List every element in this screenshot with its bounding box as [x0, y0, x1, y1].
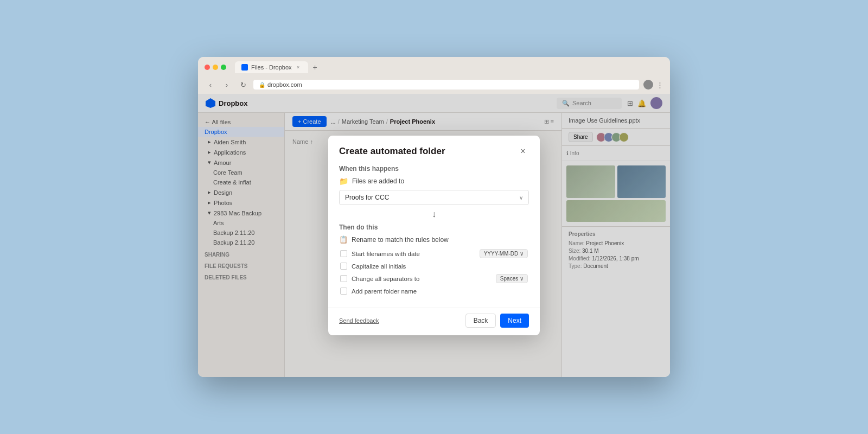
app-content: Dropbox 🔍 Search ⊞ 🔔 ← All files	[198, 94, 670, 377]
url-display: dropbox.com	[267, 81, 302, 88]
create-automated-folder-dialog: Create automated folder × When this happ…	[328, 136, 540, 335]
browser-chrome: Files - Dropbox × + ‹ › ↻ 🔒 dropbox.com …	[198, 57, 670, 94]
checkbox-row-3: Change all separators to Spaces ∨	[339, 274, 529, 283]
checkbox-start-filenames[interactable]	[340, 250, 347, 257]
forward-button[interactable]: ›	[221, 79, 233, 91]
then-section-label: Then do this	[339, 224, 529, 231]
tab-favicon	[241, 64, 248, 71]
browser-profile[interactable]	[643, 80, 653, 90]
checkbox-label-2: Capitalize all initials	[352, 263, 528, 270]
action-title: Rename to match the rules below	[352, 236, 449, 244]
checkbox-row-4: Add parent folder name	[339, 288, 529, 295]
flow-arrow-down: ↓	[339, 209, 529, 219]
close-window-button[interactable]	[205, 65, 210, 70]
browser-actions: ⋮	[643, 80, 663, 90]
checkbox-label-3: Change all separators to	[352, 276, 492, 282]
lock-icon: 🔒	[259, 82, 265, 88]
checkbox-row-2: Capitalize all initials	[339, 263, 529, 270]
dialog-title: Create automated folder	[339, 146, 445, 157]
address-bar[interactable]: 🔒 dropbox.com	[253, 80, 639, 90]
folder-dropdown[interactable]: Proofs for CCC ∨	[339, 190, 529, 205]
folder-dropdown-value: Proofs for CCC	[345, 194, 389, 201]
checkbox-row-1: Start filenames with date YYYY-MM-DD ∨	[339, 249, 529, 258]
folder-icon: 📁	[339, 177, 348, 186]
when-section-label: When this happens	[339, 165, 529, 173]
tab-label: Files - Dropbox	[251, 64, 292, 71]
separator-dropdown[interactable]: Spaces ∨	[496, 274, 528, 283]
browser-tab-files[interactable]: Files - Dropbox ×	[235, 61, 308, 73]
minimize-window-button[interactable]	[213, 65, 218, 70]
trigger-row: 📁 Files are added to	[339, 177, 529, 186]
reload-button[interactable]: ↻	[237, 79, 249, 91]
trigger-text: Files are added to	[352, 177, 404, 185]
traffic-lights	[205, 65, 226, 70]
dialog-body: When this happens 📁 Files are added to P…	[328, 163, 540, 308]
browser-menu[interactable]: ⋮	[656, 81, 663, 89]
dialog-header: Create automated folder ×	[328, 136, 540, 163]
modal-overlay: Create automated folder × When this happ…	[198, 94, 670, 377]
date-format-dropdown[interactable]: YYYY-MM-DD ∨	[480, 249, 528, 258]
checkbox-label-1: Start filenames with date	[352, 251, 475, 257]
send-feedback-button[interactable]: Send feedback	[339, 317, 379, 324]
address-bar-row: ‹ › ↻ 🔒 dropbox.com ⋮	[205, 76, 663, 94]
new-tab-button[interactable]: +	[310, 62, 320, 72]
checkbox-label-4: Add parent folder name	[352, 288, 528, 295]
footer-buttons: Back Next	[465, 314, 529, 328]
tab-bar: Files - Dropbox × +	[235, 61, 663, 73]
dialog-close-button[interactable]: ×	[517, 145, 529, 157]
checkbox-separators[interactable]	[340, 275, 347, 282]
checkbox-parent-folder[interactable]	[340, 288, 347, 295]
maximize-window-button[interactable]	[221, 65, 226, 70]
next-button[interactable]: Next	[500, 314, 529, 328]
tab-close-button[interactable]: ×	[295, 64, 302, 71]
back-button[interactable]: ‹	[205, 79, 216, 91]
rename-icon: 📋	[339, 235, 348, 244]
checkbox-capitalize[interactable]	[340, 263, 347, 270]
chevron-down-icon: ∨	[519, 195, 523, 201]
back-button[interactable]: Back	[465, 314, 496, 328]
dialog-footer: Send feedback Back Next	[328, 308, 540, 335]
action-header: 📋 Rename to match the rules below	[339, 235, 529, 244]
